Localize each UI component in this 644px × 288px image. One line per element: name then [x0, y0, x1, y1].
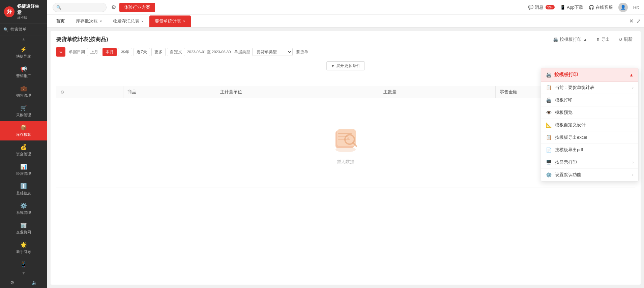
default-chevron-icon: › — [632, 172, 634, 177]
dropdown-default-func[interactable]: ⚙️ 设置默认功能 › — [541, 169, 638, 181]
guide-icon: 🌟 — [20, 242, 27, 248]
app-logo: 好 畅捷通好生意 标准版 — [0, 0, 47, 24]
default-func-icon: ⚙️ — [546, 172, 552, 178]
date-btn-7days[interactable]: 近7天 — [134, 48, 150, 56]
date-btn-last-month[interactable]: 上月 — [87, 48, 101, 56]
sidebar-item-sales[interactable]: 💼 销售管理 — [0, 82, 47, 101]
table-col-settings[interactable]: ⚙ — [56, 86, 123, 98]
type-filter-select[interactable]: 要货单类型 — [252, 48, 293, 56]
sidebar-item-label: 快捷导航 — [16, 54, 31, 59]
tab-home[interactable]: 首页 — [51, 15, 70, 27]
tab-receipt-summary-close[interactable]: × — [141, 19, 143, 23]
avatar-icon: 👤 — [620, 5, 626, 10]
tab-home-label: 首页 — [56, 18, 65, 24]
expand-btn-label: 展开更多条件 — [336, 63, 360, 69]
marketing-icon: 📢 — [20, 66, 27, 72]
close-all-tabs-icon[interactable]: ✕ — [629, 18, 634, 24]
sidebar-item-enterprise[interactable]: 🏢 企业协同 — [0, 219, 47, 238]
sales-icon: 💼 — [20, 85, 27, 92]
maximize-icon[interactable]: ⤢ — [636, 18, 641, 24]
tab-receipt-summary[interactable]: 收发存汇总表 × — [108, 15, 149, 27]
dropdown-item-template-pdf[interactable]: 📄 按模板导出pdf — [541, 144, 638, 156]
sidebar-item-finance[interactable]: 💰 资金管理 — [0, 140, 47, 160]
scroll-down-btn[interactable]: ▼ — [0, 269, 47, 277]
search-bar[interactable]: 🔍 — [53, 3, 107, 12]
print-icon: 🖨️ — [553, 37, 558, 42]
sidebar-item-quick-nav[interactable]: ⚡ 快捷导航 — [0, 43, 47, 62]
dropdown-display-print[interactable]: 🖥️ 按显示打印 › — [541, 156, 638, 169]
template-custom-icon: 📐 — [546, 122, 552, 128]
date-btn-this-year[interactable]: 本年 — [118, 48, 132, 56]
date-range-display: 2023-06-01 至 2023-06-30 — [187, 50, 231, 55]
sidebar-item-label: 基础信息 — [16, 191, 31, 196]
tab-batch-accounts-close[interactable]: × — [100, 19, 102, 23]
tab-order-stats[interactable]: 要货单统计表 × — [149, 15, 191, 27]
table-col-quantity: 主数量 — [379, 86, 495, 98]
table-col-unit: 主计量单位 — [216, 86, 379, 98]
expand-icon: ▼ — [331, 64, 335, 68]
type-filter-label: 单据类型 — [234, 49, 250, 55]
messages-btn[interactable]: 💬 消息 99+ — [528, 4, 555, 10]
filter-toggle-btn[interactable]: » — [56, 47, 65, 57]
dropdown-default-label: 设置默认功能 — [555, 172, 581, 178]
export-btn-label: 导出 — [601, 36, 610, 42]
tab-order-stats-label: 要货单统计表 — [155, 18, 181, 24]
dropdown-item-template-excel[interactable]: 📋 按模板导出excel — [541, 131, 638, 144]
date-btn-this-month[interactable]: 本月 — [103, 48, 117, 56]
type-filter-group: 单据类型 要货单类型 — [234, 48, 293, 56]
page-title: 要货单统计表(按商品) — [56, 36, 108, 43]
gear-icon[interactable]: ⚙ — [111, 4, 116, 10]
phone-icon: 📱 — [560, 5, 565, 10]
sidebar-item-guide[interactable]: 🌟 新手引导 — [0, 238, 47, 258]
sidebar-item-label: 新手引导 — [16, 249, 31, 254]
refresh-icon: ↺ — [619, 37, 622, 42]
print-btn[interactable]: 🖨️ 按模板打印 ▲ — [550, 35, 590, 44]
tabbar: 首页 库存批次账 × 收发存汇总表 × 要货单统计表 × ✕ ⤢ — [47, 15, 644, 28]
app-download-btn[interactable]: 📱 App下载 — [560, 4, 583, 10]
tab-batch-accounts[interactable]: 库存批次账 × — [70, 15, 108, 27]
sidebar-item-label: 销售管理 — [16, 93, 31, 98]
expand-more-btn[interactable]: ▼ 展开更多条件 — [326, 61, 365, 70]
sidebar-item-label: 经营管理 — [16, 171, 31, 176]
scroll-up-btn[interactable]: ▲ — [0, 35, 47, 43]
dropdown-item-template-print[interactable]: 🖨️ 模板打印 — [541, 94, 638, 106]
app-version: 标准版 — [17, 15, 43, 20]
sidebar-item-label: 系统管理 — [16, 210, 31, 215]
tab-order-stats-close[interactable]: × — [183, 19, 185, 23]
settings-icon[interactable]: ⚙ — [10, 280, 14, 285]
chevron-up-icon[interactable]: ▲ — [629, 72, 634, 77]
avatar[interactable]: 👤 — [618, 3, 628, 12]
print-icon-header: 🖨️ — [546, 72, 552, 77]
filter-bar: » 单据日期 上月 本月 本年 近7天 更多 自定义 2023-06-01 至 … — [51, 44, 641, 60]
dropdown-display-label: 按显示打印 — [555, 159, 577, 165]
date-btn-custom[interactable]: 自定义 — [167, 48, 185, 56]
audio-icon[interactable]: 🔈 — [32, 280, 37, 285]
sidebar-item-system[interactable]: ⚙️ 系统管理 — [0, 199, 47, 219]
export-btn[interactable]: ⬆ 导出 — [593, 35, 613, 44]
dropdown-header: 🖨️ 按模板打印 ▲ — [541, 68, 638, 82]
export-icon: ⬆ — [596, 37, 600, 42]
dropdown-item-template-custom[interactable]: 📐 模板自定义设计 — [541, 119, 638, 131]
online-service-btn[interactable]: 🎧 在线客服 — [589, 4, 613, 10]
svg-point-8 — [347, 137, 349, 139]
sidebar-item-basic[interactable]: ℹ️ 基础信息 — [0, 180, 47, 199]
dropdown-current-template[interactable]: 📋 当前：要货单统计表 › — [541, 82, 638, 94]
sidebar-item-operations[interactable]: 📊 经营管理 — [0, 160, 47, 180]
sidebar-item-purchase[interactable]: 🛒 采购管理 — [0, 101, 47, 121]
sidebar-bottom: ⚙ 🔈 — [0, 277, 47, 288]
date-filter-label: 单据日期 — [69, 49, 85, 55]
date-btn-more[interactable]: 更多 — [151, 48, 166, 56]
search-menu[interactable]: 🔍 搜索菜单 — [0, 24, 47, 35]
industry-btn[interactable]: 体验行业方案 — [119, 3, 155, 12]
sidebar-item-marketing[interactable]: 📢 营销推广 — [0, 62, 47, 82]
dropdown-title-area: 🖨️ 按模板打印 — [546, 72, 578, 78]
sidebar-item-apps[interactable]: 📱 应用中心 — [0, 258, 47, 269]
dropdown-item-template-preview[interactable]: 👁️ 模板预览 — [541, 106, 638, 119]
quick-nav-icon: ⚡ — [20, 46, 27, 53]
tab-batch-accounts-label: 库存批次账 — [76, 18, 98, 24]
dropdown-item-label: 模板打印 — [555, 97, 573, 103]
refresh-btn[interactable]: ↺ 刷新 — [616, 35, 635, 44]
sidebar-item-inventory[interactable]: 📦 库存核算 — [0, 121, 47, 140]
dropdown-header-right: ▲ — [629, 72, 634, 77]
refresh-btn-label: 刷新 — [624, 36, 633, 42]
